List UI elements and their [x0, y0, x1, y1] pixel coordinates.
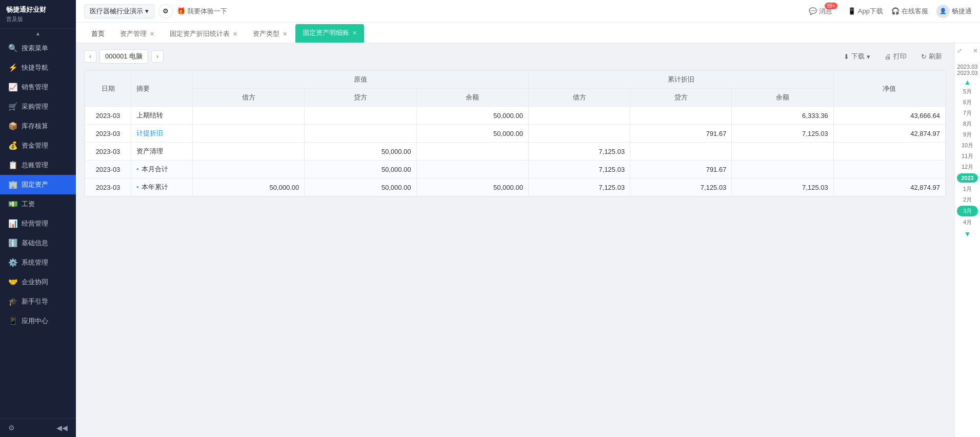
- next-asset-button[interactable]: ›: [151, 50, 164, 63]
- content-main: ‹ 000001 电脑 › ⬇ 下载 ▾ 🖨 打印 ↻: [76, 43, 954, 437]
- tab-depreciation[interactable]: 固定资产折旧统计表 ✕: [163, 25, 245, 43]
- tab-close-icon[interactable]: ✕: [283, 31, 287, 37]
- right-panel-expand-button[interactable]: ⤢: [957, 47, 962, 54]
- sidebar-item-operations[interactable]: 📊 经营管理: [0, 214, 76, 233]
- print-button[interactable]: 🖨 打印: [881, 50, 911, 63]
- lightning-icon: ⚡: [8, 63, 17, 72]
- sidebar-item-sales[interactable]: 📈 销售管理: [0, 77, 76, 97]
- building-icon: 🏢: [8, 180, 17, 189]
- total-label: 本年累计: [142, 183, 168, 191]
- info-icon: ℹ️: [8, 239, 17, 248]
- year-month-label-2: 2023.03: [957, 70, 978, 76]
- sidebar-item-ledger[interactable]: 📋 总账管理: [0, 155, 76, 175]
- month-item-7[interactable]: 7月: [955, 108, 980, 118]
- sidebar-item-system[interactable]: ⚙️ 系统管理: [0, 253, 76, 272]
- tab-close-icon[interactable]: ✕: [233, 31, 237, 37]
- month-item-2[interactable]: 2月: [955, 194, 980, 205]
- sidebar-item-basic-info[interactable]: ℹ️ 基础信息: [0, 233, 76, 253]
- asset-code-tag: 000001 电脑: [99, 49, 148, 64]
- box-icon: 📦: [8, 122, 17, 131]
- sidebar-header: 畅捷通好业财 普及版: [0, 0, 76, 29]
- cell-orig-credit: [305, 125, 416, 143]
- topbar-right: 💬 消息 99+ 📱 App下载 🎧 在线客服 👤 畅捷通: [809, 5, 972, 18]
- cell-dep-balance: [732, 143, 833, 161]
- cell-summary: 资产清理: [131, 143, 193, 161]
- tab-home[interactable]: 首页: [84, 25, 112, 43]
- sidebar-item-guide[interactable]: 🎓 新手引导: [0, 292, 76, 311]
- month-item-5[interactable]: 5月: [955, 86, 980, 97]
- month-item-12[interactable]: 12月: [955, 162, 980, 172]
- message-button[interactable]: 💬 消息 99+: [809, 7, 832, 16]
- message-badge: 99+: [825, 3, 837, 9]
- sidebar-item-quicknav[interactable]: ⚡ 快捷导航: [0, 58, 76, 77]
- month-item-1[interactable]: 1月: [955, 184, 980, 194]
- settings-footer-icon[interactable]: ⚙: [8, 424, 15, 432]
- cell-orig-debit: [193, 161, 305, 178]
- ledger-icon: 📋: [8, 161, 17, 170]
- subtotal-icon: ▪: [136, 165, 139, 173]
- asset-detail-table: 日期 摘要 原值 累计折旧 净值 借方 贷方 余额 借方 贷方 余额: [85, 70, 946, 196]
- cell-net-value: 43,666.64: [833, 107, 945, 125]
- tab-asset-type[interactable]: 资产类型 ✕: [246, 25, 294, 43]
- tab-asset-detail[interactable]: 固定资产明细账 ✕: [295, 24, 364, 43]
- cell-net-value: [833, 161, 945, 178]
- tab-asset-mgmt[interactable]: 资产管理 ✕: [113, 25, 162, 43]
- tab-asset-type-label: 资产类型: [253, 29, 279, 38]
- user-menu[interactable]: 👤 畅捷通: [936, 5, 972, 18]
- tab-close-icon[interactable]: ✕: [352, 30, 357, 36]
- sidebar-scroll-up[interactable]: ▲: [0, 29, 76, 38]
- cell-orig-credit: 50,000.00: [305, 143, 416, 161]
- username-label: 畅捷通: [952, 7, 972, 16]
- month-item-4[interactable]: 4月: [955, 217, 980, 228]
- month-item-3[interactable]: 3月: [957, 206, 978, 216]
- tab-asset-mgmt-label: 资产管理: [120, 29, 147, 38]
- experience-label: 我要体验一下: [187, 7, 227, 16]
- cell-net-value: 42,874.97: [833, 178, 945, 196]
- year-marker[interactable]: 2023: [957, 173, 978, 183]
- month-item-6[interactable]: 6月: [955, 97, 980, 108]
- cell-orig-balance: 50,000.00: [416, 107, 528, 125]
- table-row: 2023-03 上期结转 50,000.00 6,333.36 43,666.6…: [85, 107, 946, 125]
- app-download-button[interactable]: 📱 App下载: [848, 7, 883, 16]
- sidebar-item-fixed-assets[interactable]: 🏢 固定资产: [0, 175, 76, 194]
- print-icon: 🖨: [885, 53, 891, 61]
- right-panel-close-button[interactable]: ✕: [973, 47, 978, 54]
- download-label: 下载: [851, 52, 865, 61]
- chevron-up-icon: ▲: [35, 31, 41, 36]
- cell-dep-debit: [528, 125, 630, 143]
- month-item-10[interactable]: 10月: [955, 140, 980, 151]
- month-item-11[interactable]: 11月: [955, 151, 980, 162]
- sidebar-item-search[interactable]: 🔍 搜索菜单: [0, 38, 76, 58]
- sidebar-item-appstore[interactable]: 📱 应用中心: [0, 311, 76, 331]
- customer-service-button[interactable]: 🎧 在线客服: [891, 7, 928, 16]
- company-settings-button[interactable]: ⚙: [158, 4, 173, 18]
- sidebar-item-salary[interactable]: 💵 工资: [0, 194, 76, 214]
- sidebar-item-label: 库存核算: [22, 122, 48, 131]
- company-name: 医疗器械行业演示: [90, 7, 143, 16]
- cell-summary: ▪ 本年累计: [131, 178, 193, 196]
- sidebar-item-label: 应用中心: [22, 316, 48, 326]
- refresh-button[interactable]: ↻ 刷新: [917, 50, 946, 63]
- month-item-8[interactable]: 8月: [955, 118, 980, 129]
- money-icon: 💰: [8, 141, 17, 150]
- sidebar-footer: ⚙ ◀◀: [0, 418, 76, 437]
- tab-asset-detail-label: 固定资产明细账: [303, 28, 349, 37]
- sidebar-item-purchase[interactable]: 🛒 采购管理: [0, 97, 76, 116]
- tab-close-icon[interactable]: ✕: [150, 31, 154, 37]
- download-button[interactable]: ⬇ 下载 ▾: [839, 50, 874, 63]
- table-row: 2023-03 ▪ 本年累计 50,000.00 50,000.00 50,00…: [85, 178, 946, 196]
- cell-dep-credit: 791.67: [630, 161, 732, 178]
- company-selector[interactable]: 医疗器械行业演示 ▾: [84, 4, 154, 18]
- sidebar-item-finance[interactable]: 💰 资金管理: [0, 136, 76, 155]
- prev-asset-button[interactable]: ‹: [84, 50, 96, 63]
- collapse-icon[interactable]: ◀◀: [56, 424, 68, 432]
- month-item-9[interactable]: 9月: [955, 129, 980, 140]
- experience-button[interactable]: 🎁 我要体验一下: [177, 7, 227, 16]
- tabbar: 首页 资产管理 ✕ 固定资产折旧统计表 ✕ 资产类型 ✕ 固定资产明细账 ✕: [76, 23, 980, 43]
- sidebar-item-inventory[interactable]: 📦 库存核算: [0, 116, 76, 136]
- sidebar-item-label: 销售管理: [22, 83, 48, 92]
- right-panel-arrow-up[interactable]: ▲: [964, 78, 971, 86]
- sidebar-item-collab[interactable]: 🤝 企业协同: [0, 272, 76, 292]
- right-panel-arrow-down[interactable]: ▼: [964, 230, 971, 238]
- download-icon: ⬇: [844, 53, 849, 61]
